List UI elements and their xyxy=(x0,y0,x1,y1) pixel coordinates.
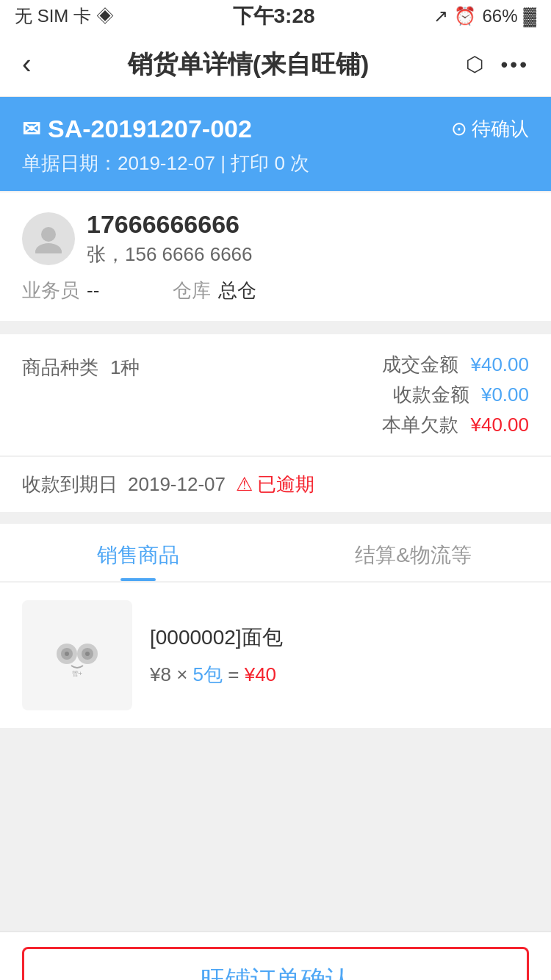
received-amount-value: ¥0.00 xyxy=(481,383,529,406)
battery-status: 66% xyxy=(482,6,517,26)
due-date-value: 2019-12-07 xyxy=(128,473,226,496)
received-amount-label: 收款金额 xyxy=(393,382,469,408)
category-value: 1种 xyxy=(110,355,140,381)
deal-amount-value: ¥40.00 xyxy=(470,353,529,376)
received-amount-row: 收款金额 ¥0.00 xyxy=(393,382,529,408)
battery-icon: ▓ xyxy=(523,6,536,26)
svg-point-0 xyxy=(41,227,56,242)
product-price: ¥8 × 5包 = ¥40 xyxy=(150,662,529,688)
order-header: ✉ SA-20191207-002 ⊙ 待确认 单据日期：2019-12-07 … xyxy=(0,97,551,191)
owed-amount-row: 本单欠款 ¥40.00 xyxy=(382,412,529,438)
due-date-label: 收款到期日 xyxy=(22,472,118,497)
customer-phone: 17666666666 xyxy=(87,210,529,239)
deal-amount-label: 成交金额 xyxy=(382,352,458,378)
stats-section: 商品种类 1种 成交金额 ¥40.00 收款金额 ¥0.00 本单欠款 ¥40.… xyxy=(0,334,551,455)
product-name: [0000002]面包 xyxy=(150,624,529,652)
owed-amount-value: ¥40.00 xyxy=(470,414,529,436)
confirm-order-button[interactable]: 旺铺订单确认 xyxy=(22,947,529,980)
category-label: 商品种类 xyxy=(22,355,98,381)
nav-actions: ⬡ ••• xyxy=(466,52,529,76)
avatar xyxy=(22,212,75,265)
deal-amount-row: 成交金额 ¥40.00 xyxy=(382,352,529,378)
tab-sales-products[interactable]: 销售商品 xyxy=(0,524,276,581)
owed-amount-label: 本单欠款 xyxy=(382,412,458,438)
divider-1 xyxy=(0,323,551,334)
avatar-icon xyxy=(34,224,63,253)
svg-text:管+: 管+ xyxy=(72,670,82,677)
share-icon[interactable]: ⬡ xyxy=(466,52,483,76)
price-equals: = xyxy=(223,663,245,685)
customer-name: 张，156 6666 6666 xyxy=(87,242,529,267)
alarm-icon: ⏰ xyxy=(454,6,476,26)
category-field: 商品种类 1种 xyxy=(22,352,140,381)
warning-icon: ⚠ xyxy=(236,473,253,496)
price-quantity: 5包 xyxy=(193,663,223,685)
page-title: 销货单详情(来自旺铺) xyxy=(128,48,370,82)
warehouse-label: 仓库 xyxy=(173,278,211,303)
nav-bar: ‹ 销货单详情(来自旺铺) ⬡ ••• xyxy=(0,32,551,97)
due-date-section: 收款到期日 2019-12-07 ⚠ 已逾期 xyxy=(0,457,551,512)
product-item: 管+ [0000002]面包 ¥8 × 5包 = ¥40 xyxy=(0,583,551,728)
salesperson-value: -- xyxy=(87,279,99,302)
bottom-button-container: 旺铺订单确认 xyxy=(0,931,551,980)
overdue-label: 已逾期 xyxy=(257,472,314,497)
customer-info: 17666666666 张，156 6666 6666 xyxy=(87,210,529,267)
status-left: 无 SIM 卡 ◈ xyxy=(15,4,114,28)
more-icon[interactable]: ••• xyxy=(501,53,529,76)
customer-row: 17666666666 张，156 6666 6666 xyxy=(22,210,529,267)
location-icon: ↗ xyxy=(433,6,448,26)
order-header-top: ✉ SA-20191207-002 ⊙ 待确认 xyxy=(22,115,529,143)
clock-icon: ⊙ xyxy=(451,118,467,140)
salesperson-label: 业务员 xyxy=(22,278,79,303)
back-button[interactable]: ‹ xyxy=(22,48,32,80)
status-time: 下午3:28 xyxy=(233,2,315,30)
price-total: ¥40 xyxy=(245,663,276,685)
inbox-icon: ✉ xyxy=(22,116,40,142)
warehouse-field: 仓库 总仓 xyxy=(173,278,256,303)
tab-settlement[interactable]: 结算&物流等 xyxy=(276,524,551,581)
order-status: ⊙ 待确认 xyxy=(451,116,529,142)
tabs: 销售商品 结算&物流等 xyxy=(0,524,551,583)
product-details: [0000002]面包 ¥8 × 5包 = ¥40 xyxy=(150,624,529,688)
order-date: 单据日期：2019-12-07 | 打印 0 次 xyxy=(22,151,529,176)
customer-section: 17666666666 张，156 6666 6666 业务员 -- 仓库 总仓 xyxy=(0,192,551,321)
customer-fields: 业务员 -- 仓库 总仓 xyxy=(22,275,529,303)
sim-status: 无 SIM 卡 ◈ xyxy=(15,4,114,28)
product-image-icon: 管+ xyxy=(40,633,114,677)
product-image: 管+ xyxy=(22,600,132,710)
svg-point-7 xyxy=(85,652,90,656)
price-base: ¥8 × xyxy=(150,663,193,685)
order-number: ✉ SA-20191207-002 xyxy=(22,115,252,143)
amounts-section: 成交金额 ¥40.00 收款金额 ¥0.00 本单欠款 ¥40.00 xyxy=(382,352,529,438)
svg-point-6 xyxy=(65,652,69,656)
empty-area xyxy=(0,740,551,931)
svg-point-1 xyxy=(35,243,62,253)
status-right: ↗ ⏰ 66% ▓ xyxy=(433,6,536,26)
warehouse-value: 总仓 xyxy=(218,278,256,303)
overdue-badge: ⚠ 已逾期 xyxy=(236,472,314,497)
salesperson-field: 业务员 -- xyxy=(22,278,99,303)
status-bar: 无 SIM 卡 ◈ 下午3:28 ↗ ⏰ 66% ▓ xyxy=(0,0,551,32)
